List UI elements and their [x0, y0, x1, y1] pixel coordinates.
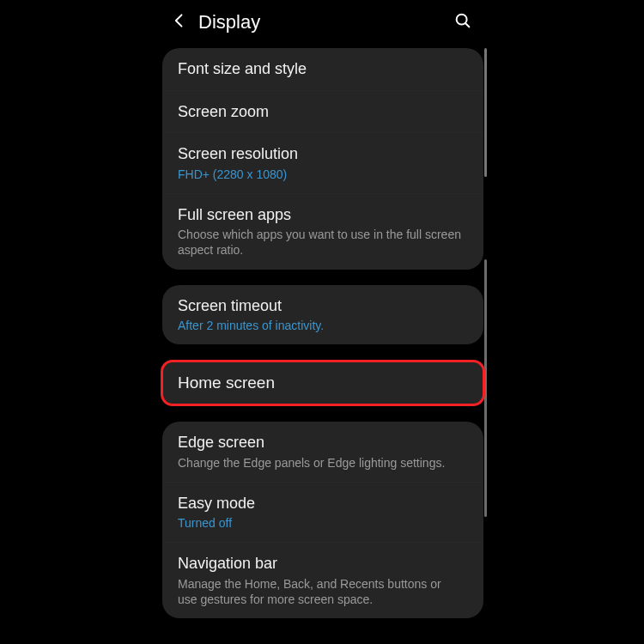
item-title: Font size and style [178, 59, 468, 79]
item-subtitle: Choose which apps you want to use in the… [178, 227, 461, 258]
item-subtitle: After 2 minutes of inactivity. [178, 318, 461, 333]
item-subtitle: Change the Edge panels or Edge lighting … [178, 455, 461, 471]
settings-group: Font size and style Screen zoom Screen r… [162, 48, 483, 270]
item-edge-screen[interactable]: Edge screen Change the Edge panels or Ed… [162, 422, 483, 482]
item-title: Navigation bar [178, 554, 468, 574]
item-full-screen-apps[interactable]: Full screen apps Choose which apps you w… [162, 193, 483, 270]
header-bar: Display [157, 0, 489, 45]
search-icon [453, 11, 472, 33]
back-button[interactable] [162, 5, 197, 39]
page-title: Display [198, 11, 446, 33]
item-screen-zoom[interactable]: Screen zoom [162, 90, 483, 133]
item-title: Edge screen [178, 433, 468, 453]
item-title: Screen timeout [178, 296, 468, 316]
item-title: Screen resolution [178, 144, 468, 164]
item-subtitle: Turned off [178, 515, 461, 531]
display-settings-screen: Display Font size and style Screen zoom … [157, 0, 489, 644]
settings-scroll-area[interactable]: Font size and style Screen zoom Screen r… [157, 45, 489, 644]
settings-group: Screen timeout After 2 minutes of inacti… [162, 285, 483, 345]
item-home-screen[interactable]: Home screen [162, 360, 483, 406]
search-button[interactable] [446, 5, 480, 39]
settings-group: Edge screen Change the Edge panels or Ed… [162, 422, 483, 618]
scrollbar-indicator [484, 48, 487, 177]
item-subtitle: Manage the Home, Back, and Recents butto… [178, 576, 461, 607]
item-navigation-bar[interactable]: Navigation bar Manage the Home, Back, an… [162, 542, 483, 618]
item-title: Screen zoom [178, 102, 468, 122]
item-title: Full screen apps [178, 205, 468, 225]
item-title: Easy mode [178, 494, 468, 513]
item-subtitle: FHD+ (2280 x 1080) [178, 167, 461, 182]
back-chevron-icon [171, 12, 188, 33]
item-easy-mode[interactable]: Easy mode Turned off [162, 482, 483, 543]
item-screen-resolution[interactable]: Screen resolution FHD+ (2280 x 1080) [162, 132, 483, 193]
svg-line-1 [465, 23, 469, 27]
item-title: Home screen [178, 373, 468, 393]
settings-group-highlighted: Home screen [161, 360, 485, 406]
item-font-size-style[interactable]: Font size and style [162, 48, 483, 90]
item-screen-timeout[interactable]: Screen timeout After 2 minutes of inacti… [162, 285, 483, 345]
